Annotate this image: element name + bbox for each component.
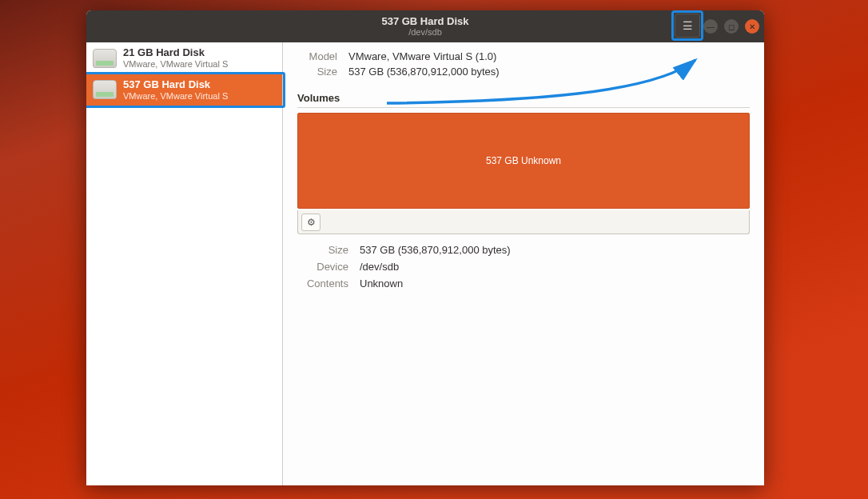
titlebar: 537 GB Hard Disk /dev/sdb ☰ — ◻ ✕ bbox=[86, 10, 764, 42]
disk-title: 21 GB Hard Disk bbox=[123, 47, 228, 59]
detail-contents-value: Unknown bbox=[360, 277, 403, 289]
maximize-icon: ◻ bbox=[728, 22, 735, 31]
volumes-heading: Volumes bbox=[297, 92, 750, 108]
disk-sidebar: 21 GB Hard Disk VMware, VMware Virtual S… bbox=[86, 42, 283, 485]
minimize-icon: — bbox=[707, 22, 715, 31]
gear-icon: ⚙ bbox=[307, 217, 316, 228]
disk-size-row: Size 537 GB (536,870,912,000 bytes) bbox=[297, 66, 750, 78]
detail-contents-row: Contents Unknown bbox=[297, 277, 750, 289]
model-value: VMware, VMware Virtual S (1.0) bbox=[348, 50, 496, 62]
harddisk-icon bbox=[93, 49, 117, 68]
detail-size-label: Size bbox=[297, 244, 348, 256]
disk-subtitle: VMware, VMware Virtual S bbox=[123, 59, 228, 70]
model-label: Model bbox=[297, 50, 337, 62]
close-icon: ✕ bbox=[749, 22, 755, 31]
close-button[interactable]: ✕ bbox=[745, 19, 759, 34]
size-value: 537 GB (536,870,912,000 bytes) bbox=[348, 66, 500, 78]
sidebar-disk-item-selected[interactable]: 537 GB Hard Disk VMware, VMware Virtual … bbox=[86, 74, 282, 106]
window-controls: — ◻ ✕ bbox=[703, 19, 759, 34]
detail-size-value: 537 GB (536,870,912,000 bytes) bbox=[360, 244, 511, 256]
minimize-button[interactable]: — bbox=[703, 19, 718, 34]
sidebar-disk-item[interactable]: 21 GB Hard Disk VMware, VMware Virtual S bbox=[86, 42, 282, 74]
detail-device-row: Device /dev/sdb bbox=[297, 261, 750, 273]
title-stack: 537 GB Hard Disk /dev/sdb bbox=[381, 16, 468, 37]
drive-menu-button[interactable]: ☰ bbox=[675, 14, 700, 38]
maximize-button[interactable]: ◻ bbox=[724, 19, 739, 34]
window-title: 537 GB Hard Disk bbox=[381, 16, 468, 27]
disk-model-row: Model VMware, VMware Virtual S (1.0) bbox=[297, 50, 750, 62]
disk-title: 537 GB Hard Disk bbox=[123, 79, 228, 91]
disk-subtitle: VMware, VMware Virtual S bbox=[123, 91, 228, 102]
window-subtitle: /dev/sdb bbox=[381, 27, 468, 37]
volume-options-button[interactable]: ⚙ bbox=[301, 214, 321, 231]
size-label: Size bbox=[297, 66, 337, 78]
volume-block[interactable]: 537 GB Unknown bbox=[297, 113, 750, 209]
main-pane: Model VMware, VMware Virtual S (1.0) Siz… bbox=[283, 42, 764, 485]
detail-contents-label: Contents bbox=[297, 277, 348, 289]
volume-block-label: 537 GB Unknown bbox=[486, 155, 561, 166]
detail-device-value: /dev/sdb bbox=[360, 261, 399, 273]
hamburger-icon: ☰ bbox=[683, 19, 693, 32]
harddisk-icon bbox=[93, 80, 117, 99]
detail-size-row: Size 537 GB (536,870,912,000 bytes) bbox=[297, 244, 750, 256]
volume-details: Size 537 GB (536,870,912,000 bytes) Devi… bbox=[297, 244, 750, 294]
disks-app-window: 537 GB Hard Disk /dev/sdb ☰ — ◻ ✕ 21 GB … bbox=[86, 10, 764, 485]
window-body: 21 GB Hard Disk VMware, VMware Virtual S… bbox=[86, 42, 764, 485]
detail-device-label: Device bbox=[297, 261, 348, 273]
volume-toolbar: ⚙ bbox=[297, 210, 750, 234]
